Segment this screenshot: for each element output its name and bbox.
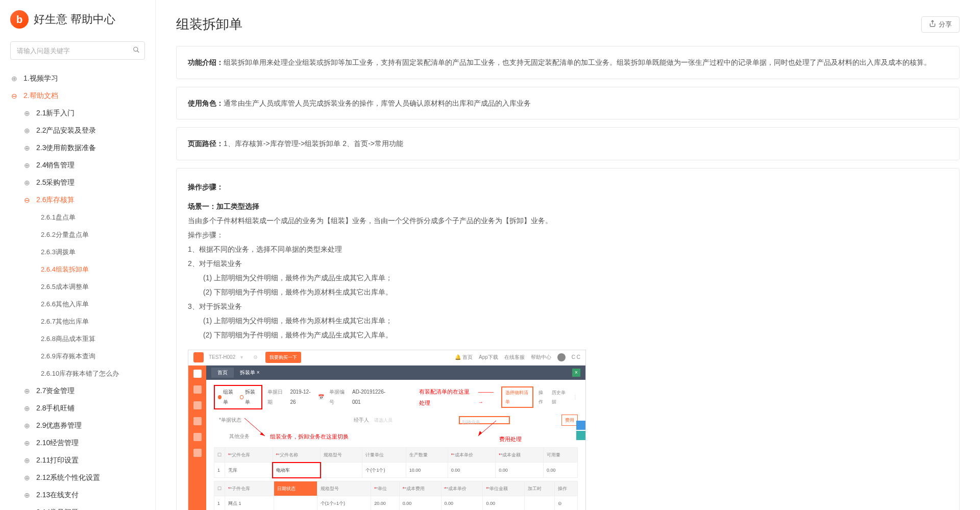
nav-2-6-4[interactable]: 2.6.4组装拆卸单 <box>10 261 145 278</box>
th: *成本费用 <box>404 486 425 491</box>
nav-label: 2.6.1盘点单 <box>41 213 76 222</box>
info-box-role: 使用角色：通常由生产人员或库管人员完成拆装业务的操作，库管人员确认原材料的出库和… <box>176 87 960 120</box>
ss-sidebar <box>188 366 206 510</box>
more-icon: ⋮ <box>573 392 578 402</box>
nav-2-2[interactable]: ⊕2.2产品安装及登录 <box>10 122 145 139</box>
plus-icon: ⊕ <box>23 179 31 187</box>
ss-doc-value: AD-20191226-001 <box>352 387 388 407</box>
nav-label: 2.6.2分量盘点单 <box>41 230 89 239</box>
nav-2-6-9[interactable]: 2.6.9库存账本查询 <box>10 348 145 365</box>
ss-annotation: 组装业务，拆卸业务在这里切换 <box>270 431 349 442</box>
nav-label: 2.帮助文档 <box>23 91 58 101</box>
nav-video[interactable]: ⊕1.视频学习 <box>10 70 145 87</box>
nav-2-6-1[interactable]: 2.6.1盘点单 <box>10 209 145 226</box>
nav-2-13[interactable]: ⊕2.13在线支付 <box>10 487 145 504</box>
nav-2-7[interactable]: ⊕2.7资金管理 <box>10 382 145 400</box>
ss-body: 首页 拆装单 × × 组装单 拆装单 单据日期 2019- <box>188 366 585 510</box>
plus-icon: ⊕ <box>23 474 31 482</box>
ss-date-label: 单据日期 <box>267 387 285 407</box>
nav-2-6-6[interactable]: 2.6.6其他入库单 <box>10 296 145 313</box>
info-box-intro: 功能介绍：组装拆卸单用来处理企业组装或拆卸等加工业务，支持有固定装配清单的产品加… <box>176 46 960 79</box>
embedded-screenshot: TEST-H002 ▾ ⚙ 我要购买一下 🔔 首页 App下载 在线客服 帮助中… <box>188 350 586 510</box>
plus-icon: ⊕ <box>23 404 31 412</box>
nav-label: 1.视频学习 <box>23 74 58 83</box>
td: 1 <box>214 463 225 478</box>
nav-label: 2.7资金管理 <box>36 386 75 396</box>
ss-nav-icon <box>193 433 202 441</box>
nav-2-1[interactable]: ⊕2.1新手入门 <box>10 105 145 122</box>
content-steps: 操作步骤： 场景一：加工类型选择 当由多个子件材料组装成一个成品的业务为【组装】… <box>176 168 960 510</box>
ss-link: 在线客服 <box>504 352 525 362</box>
nav-2-6-8[interactable]: 2.6.8商品成本重算 <box>10 330 145 348</box>
nav-label: 2.6.9库存账本查询 <box>41 352 95 361</box>
search-box <box>10 41 145 60</box>
td-highlight: 电动车 <box>273 463 321 478</box>
gear-icon: ⚙ <box>253 352 258 362</box>
nav-label: 2.6.3调拨单 <box>41 248 76 257</box>
th: *单位金额 <box>488 486 508 491</box>
td: 0.00 <box>441 496 483 510</box>
calendar-icon: 📅 <box>318 392 324 402</box>
nav-2-12[interactable]: ⊕2.12系统个性化设置 <box>10 469 145 487</box>
ss-annotation: 有装配清单的在这里处理 <box>419 386 473 408</box>
td: 0.00 <box>399 496 441 510</box>
ss-nav-icon <box>193 370 202 378</box>
nav-2-6-5[interactable]: 2.6.5成本调整单 <box>10 278 145 296</box>
nav-label: 2.6.5成本调整单 <box>41 282 89 292</box>
th: *单位 <box>376 486 387 491</box>
th: *父件名称 <box>278 452 298 457</box>
box-label: 功能介绍： <box>188 58 224 66</box>
ss-field-label: *单据状态 <box>219 415 241 425</box>
plus-icon: ⊕ <box>23 456 31 465</box>
plus-icon: ⊕ <box>23 161 31 169</box>
nav-2-8[interactable]: ⊕2.8手机旺铺 <box>10 400 145 417</box>
ss-link: App下载 <box>479 352 498 362</box>
nav-2-9[interactable]: ⊕2.9优惠券管理 <box>10 417 145 434</box>
nav-label: 2.14常见问题 <box>36 508 79 510</box>
nav-2-6-7[interactable]: 2.6.7其他出库单 <box>10 313 145 330</box>
search-input[interactable] <box>10 41 145 60</box>
info-box-path: 页面路径：1、库存核算->库存管理->组装拆卸单 2、首页->常用功能 <box>176 127 960 160</box>
box-text: 通常由生产人员或库管人员完成拆装业务的操作，库管人员确认原材料的出库和产成品的入… <box>224 99 531 107</box>
minus-icon: ⊖ <box>10 92 18 100</box>
ss-parent-table: ☐ **父件仓库 **父件名称 规格型号 计量单位 生产数量 **成本单价 **… <box>214 447 578 478</box>
nav-label: 2.9优惠券管理 <box>36 421 82 430</box>
logo: b 好生意 帮助中心 <box>10 10 145 29</box>
nav-2-6[interactable]: ⊖2.6库存核算 <box>10 191 145 209</box>
ss-tab-home: 首页 <box>211 368 234 378</box>
nav-2-6-2[interactable]: 2.6.2分量盘点单 <box>10 226 145 244</box>
sidebar: b 好生意 帮助中心 ⊕1.视频学习 ⊖2.帮助文档 ⊕2.1新手入门 ⊕2.2… <box>0 0 156 510</box>
search-icon[interactable] <box>133 46 140 55</box>
nav-2-10[interactable]: ⊕2.10经营管理 <box>10 434 145 452</box>
ss-tab-active: 拆装单 × <box>234 368 266 378</box>
nav-label: 2.11打印设置 <box>36 456 79 465</box>
nav-2-14[interactable]: ⊕2.14常见问题 <box>10 504 145 510</box>
scene-desc: 当由多个子件材料组装成一个成品的业务为【组装】业务，当由一个父件拆分成多个子产品… <box>188 213 948 228</box>
plus-icon: ⊕ <box>23 109 31 117</box>
plus-icon: ⊕ <box>23 491 31 499</box>
td: 个(个1个) <box>362 463 406 478</box>
op-label: 操作步骤： <box>188 228 948 242</box>
nav-2-4[interactable]: ⊕2.4销售管理 <box>10 157 145 174</box>
nav-label: 2.1新手入门 <box>36 109 75 118</box>
nav-2-11[interactable]: ⊕2.11打印设置 <box>10 452 145 469</box>
nav-2-6-3[interactable]: 2.6.3调拨单 <box>10 244 145 261</box>
th: 计量单位 <box>362 447 406 463</box>
avatar-icon <box>557 353 566 361</box>
nav-label: 2.8手机旺铺 <box>36 404 75 413</box>
nav-label: 2.6.8商品成本重算 <box>41 334 95 344</box>
nav-docs[interactable]: ⊖2.帮助文档 <box>10 87 145 105</box>
ss-nav-icon <box>193 401 202 409</box>
annotation-arrow <box>476 421 501 439</box>
nav-label: 2.6.10库存账本错了怎么办 <box>41 369 119 378</box>
step-3: 3、对于拆装业务 <box>188 299 948 313</box>
nav-2-3[interactable]: ⊕2.3使用前数据准备 <box>10 139 145 157</box>
th: 可用量 <box>544 447 578 463</box>
nav-2-5[interactable]: ⊕2.5采购管理 <box>10 174 145 191</box>
share-button[interactable]: 分享 <box>921 16 960 33</box>
ss-tabs: 首页 拆装单 × × <box>206 366 585 380</box>
brand-name: 好生意 帮助中心 <box>34 12 115 27</box>
nav-2-6-10[interactable]: 2.6.10库存账本错了怎么办 <box>10 365 145 382</box>
step-3-2: (2) 下部明细为子件明细，最终作为产成品生成其它入库单。 <box>188 328 948 342</box>
td: 0.00 <box>483 496 525 510</box>
